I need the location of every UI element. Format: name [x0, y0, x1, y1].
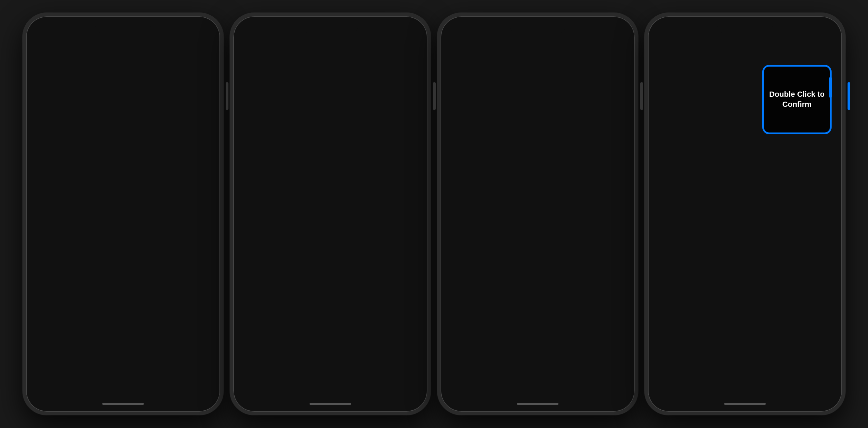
back-button[interactable]: ❮ Back — [240, 35, 261, 43]
status-icons-4: ▲ — [806, 24, 832, 29]
hero-image: THE MORNING SHOW Drama · Nov 1, 2019 · 1… — [233, 46, 427, 178]
pay-label: Pay — [668, 286, 679, 294]
p2-nav: ❮ Back + ADD ⬆ — [233, 34, 427, 46]
wifi-icon-4: ▲ — [816, 24, 821, 29]
subscribe-button[interactable]: Enjoy 1 Year Free — [242, 183, 419, 204]
back-search-3[interactable]: ◀ Search — [450, 27, 468, 32]
phone-4: 8:05 ◀ Search ▲ — [644, 13, 845, 415]
price-section: PRICE 1 YEAR TRIAL FREE STARTING NOV 1, … — [656, 357, 834, 368]
status-bar-2: 8:05 ◀ Search ▲ — [233, 16, 427, 34]
grid-show-3[interactable]: 🌍 🐶 — [442, 109, 537, 171]
grid-show-4[interactable]: 🍎 tv+ — [538, 109, 634, 171]
tab-watch-now-2[interactable]: ▶ Watch Now — [259, 394, 278, 409]
continue-button[interactable]: Continue — [449, 233, 626, 252]
show-title: THE MORNING SHOW — [233, 152, 427, 164]
back-button-4: ❮ Back — [655, 35, 676, 43]
show-meta: Drama · Nov 1, 2019 · 1 hr 3 min — [233, 165, 427, 171]
tab-search[interactable]: 🔍 Search — [183, 394, 195, 409]
library-tab-icon: ⬜ — [122, 394, 131, 403]
status-time-3: 8:05 — [450, 21, 468, 28]
add-button-4: + ADD — [804, 35, 825, 43]
starting-value: $4.99/MONTH — [807, 363, 834, 368]
grid-show-2[interactable]: 🧔 — [538, 45, 634, 108]
what-to-watch-title: What to Watch — [34, 166, 87, 175]
tv-shows-pill[interactable]: 📺 TV SHOWS — [73, 56, 115, 67]
drama-thumb[interactable]: 👩 — [90, 183, 139, 213]
late-night-thumb: LATE NIGHT. — [34, 88, 131, 143]
signal-icon-2 — [391, 24, 399, 29]
battery-icon-4 — [823, 24, 832, 29]
tab-bar-2: ▶ Watch Now ⬜ Library 🔍 Search — [233, 390, 427, 412]
tab-search-2[interactable]: 🔍 Search — [390, 394, 402, 409]
tab-watch-now[interactable]: ▶ Watch Now — [51, 394, 71, 409]
up-next-header: Up Next — [26, 72, 220, 88]
back-search-2[interactable]: ◀ Search — [243, 27, 260, 32]
pay-header: 🍎 Pay Cancel — [656, 286, 834, 295]
library-label-2: Library — [328, 405, 340, 409]
tv-label: TV SHOWS — [86, 59, 110, 64]
subscribe-label: Enjoy 1 Year Free — [303, 190, 358, 197]
not-now-button[interactable]: Not Now — [604, 35, 628, 43]
phone-1: 8:04 ◀ Search ▲ — [23, 13, 224, 415]
movies-icon: 🎬 — [39, 59, 45, 64]
see-all-button[interactable]: See All — [193, 167, 212, 174]
cancel-button[interactable]: Cancel — [815, 287, 834, 294]
p4-nav-right: + ADD ⬆ — [804, 35, 835, 43]
side-button-indicator — [829, 77, 832, 98]
p2-content: Enjoy 1 Year Free 12 months free, then $… — [233, 178, 427, 390]
add-button[interactable]: + ADD — [390, 35, 410, 43]
content-ratings: TV-MA 4K HDR DOLBY VISION DOLBY ATMOS CC… — [242, 234, 419, 240]
trial-value: FREE — [822, 357, 834, 362]
season-button[interactable]: Season 1 — [242, 245, 277, 257]
up-next-item[interactable]: LATE NIGHT. 🍕 — [26, 88, 220, 143]
wifi-icon-3: ▲ — [608, 24, 613, 29]
plus-badge: 4+ — [706, 301, 713, 306]
share-icon[interactable]: ⬆ — [415, 35, 420, 43]
shows-grid: 👩 🧔 🌍 🐶 — [441, 45, 635, 170]
offer-headline: Your new iPhone includes1 year of Apple … — [449, 177, 626, 199]
search-label-2: Search — [390, 405, 402, 409]
movies-pill[interactable]: 🎬 MOVIES — [34, 56, 70, 67]
trial-label: 1 YEAR TRIAL — [747, 357, 777, 362]
appletv-thumb[interactable]: 🗡️ tv+ — [142, 183, 191, 213]
grid-show-1[interactable]: 👩 — [442, 45, 537, 108]
side-thumb: 🍕 — [136, 88, 167, 143]
side-button-3[interactable] — [640, 82, 643, 110]
item-sub2: SUBSCRIPTION — [678, 310, 834, 315]
offer-text-section: Your new iPhone includes1 year of Apple … — [441, 170, 635, 412]
wifi-icon-1: ▲ — [194, 24, 199, 29]
appletv-logo: 🍎 tv+ — [448, 35, 466, 43]
sports-icon: 🏆 — [123, 59, 129, 64]
side-button-4[interactable] — [848, 82, 850, 110]
side-button-2[interactable] — [433, 82, 436, 110]
double-click-confirm-box[interactable]: Double Click to Confirm — [762, 65, 832, 134]
what-to-watch-section: THEMORNINGSHOW 👩 🗡️ tv+ — [26, 179, 220, 216]
apple-pay-sheet: 🍎 Pay Cancel tv+ APPLE TV+ 4+ APPLE — [648, 279, 842, 412]
avatar[interactable]: 👤 — [197, 36, 212, 52]
up-next-title: Up Next — [34, 75, 63, 84]
up-next-info: Late Night CONTINUE — [26, 149, 220, 160]
watch-now-tab-icon: ▶ — [58, 394, 64, 403]
morning-show-thumb[interactable]: THEMORNINGSHOW — [38, 183, 87, 213]
pay-divider-2 — [656, 341, 834, 341]
confirm-label: Confirm with Side Button — [656, 396, 834, 401]
category-pills: 🎬 MOVIES 📺 TV SHOWS 🏆 SPORTS — [26, 56, 220, 72]
side-button-1[interactable] — [226, 82, 228, 110]
movie-continue: CONTINUE — [34, 155, 212, 160]
p4-nav-area: 8:05 ◀ Search ▲ — [648, 16, 842, 46]
tab-library[interactable]: ⬜ Library — [121, 394, 133, 409]
show-description: Pull back the curtain on early morning T… — [242, 216, 419, 231]
what-to-watch-row: THEMORNINGSHOW 👩 🗡️ tv+ — [34, 179, 212, 216]
sports-label: SPORTS — [131, 59, 149, 64]
status-time-1: 8:04 — [36, 21, 53, 28]
back-search-1[interactable]: ◀ Search — [36, 27, 53, 32]
appletv-icon: tv+ — [656, 300, 673, 317]
more-link[interactable]: more — [328, 224, 339, 230]
status-icons-3: ▲ — [599, 24, 625, 29]
status-bar-1: 8:04 ◀ Search ▲ — [26, 16, 220, 34]
back-search-4[interactable]: ◀ Search — [658, 27, 675, 32]
tab-library-2[interactable]: ⬜ Library — [328, 394, 340, 409]
watch-now-tab-label: Watch Now — [51, 405, 71, 409]
sports-pill[interactable]: 🏆 SPORTS — [118, 56, 154, 67]
nav-actions: + ADD ⬆ — [390, 35, 420, 43]
